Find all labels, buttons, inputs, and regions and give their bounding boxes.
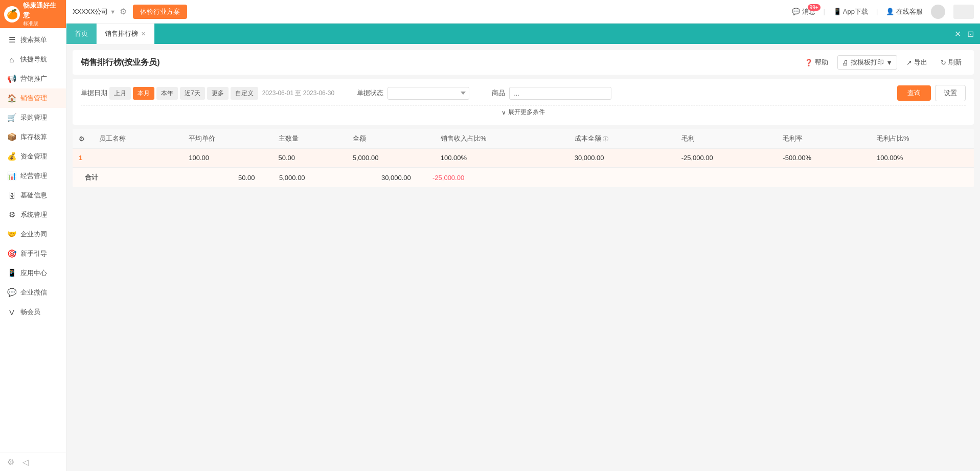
print-btn[interactable]: 🖨 按模板打印 ▼ [837, 55, 897, 70]
wechat-icon: 💬 [7, 288, 16, 297]
trial-btn[interactable]: 体验行业方案 [133, 5, 187, 19]
footer-qty: 50.00 [232, 174, 273, 182]
sidebar-item-operations[interactable]: 📊经营管理 [0, 166, 66, 186]
sidebar-item-inventory[interactable]: 📦库存核算 [0, 127, 66, 147]
basic-info-icon: 🗄 [7, 191, 16, 200]
tab-close-icon[interactable]: ✕ [141, 31, 146, 37]
sidebar-item-member[interactable]: V畅会员 [0, 302, 66, 322]
cell-rank: 1 [73, 149, 93, 167]
sidebar-label-enterprise: 企业协同 [20, 230, 47, 239]
cell-cost: 30,000.00 [568, 149, 675, 167]
cell-profit-pct: 100.00% [871, 149, 974, 167]
th-avg-price: 平均单价 [183, 129, 272, 149]
table-header-row: ⚙ 员工名称 平均单价 主数量 全额 销售收入占比% 成本全额 ⓘ 毛利 毛利率… [73, 129, 974, 149]
table-footer: 合计 50.00 5,000.00 30,000.00 -25,000.00 [73, 167, 974, 187]
th-name: 员工名称 [93, 129, 183, 149]
footer-amount: 5,000.00 [273, 174, 319, 182]
online-service-label: 在线客服 [896, 8, 923, 15]
status-filter: 单据状态 [357, 87, 469, 100]
help-btn[interactable]: ❓ 帮助 [801, 56, 832, 69]
sidebar-logo: 🍊 畅康通好生意 标准版 [0, 0, 66, 28]
app-download-label: App下载 [843, 8, 868, 15]
sidebar-label-sales: 销售管理 [20, 94, 47, 103]
sidebar-item-purchase[interactable]: 🛒采购管理 [0, 108, 66, 127]
sidebar-bottom: ⚙ ◁ [0, 453, 66, 471]
topbar: XXXXX公司 ▼ ⚙ 体验行业方案 💬 消息 99+ | 📱 App下载 | … [66, 0, 980, 24]
sidebar-item-system[interactable]: ⚙系统管理 [0, 205, 66, 225]
app-download-btn[interactable]: 📱 App下载 [833, 7, 868, 16]
th-qty: 主数量 [272, 129, 347, 149]
expand-label: 展开更多条件 [508, 108, 545, 117]
sidebar-item-guide[interactable]: 🎯新手引导 [0, 244, 66, 263]
tab-close-all-icon[interactable]: ✕ [954, 29, 961, 39]
enterprise-icon: 🤝 [7, 230, 16, 239]
topbar-gear-icon[interactable]: ⚙ [120, 7, 127, 16]
page-header: 销售排行榜(按业务员) ❓ 帮助 🖨 按模板打印 ▼ ↗ 导出 ↻ 刷新 [73, 50, 974, 75]
marketing-icon: 📢 [7, 74, 16, 83]
message-icon: 💬 [792, 8, 800, 15]
company-name: XXXXX公司 [73, 7, 108, 16]
sidebar-label-operations: 经营管理 [20, 171, 47, 181]
tab-home[interactable]: 首页 [66, 24, 97, 44]
goods-input[interactable] [509, 87, 611, 100]
sidebar-item-search[interactable]: ☰搜索菜单 [0, 30, 66, 50]
th-profit-pct: 毛利占比% [871, 129, 974, 149]
footer-label: 合计 [79, 173, 181, 182]
expand-more-btn[interactable]: ∨ 展开更多条件 [81, 105, 966, 119]
date-btn-cur-year[interactable]: 本年 [156, 87, 178, 100]
refresh-btn[interactable]: ↻ 刷新 [937, 56, 966, 69]
collapse-icon[interactable]: ◁ [22, 457, 29, 467]
export-btn[interactable]: ↗ 导出 [902, 56, 931, 69]
sidebar-label-inventory: 库存核算 [20, 132, 47, 142]
logo-subtitle: 标准版 [23, 20, 62, 27]
date-label: 单据日期 [81, 88, 107, 98]
topbar-right: 💬 消息 99+ | 📱 App下载 | 👤 在线客服 [792, 5, 974, 19]
sidebar-item-wechat[interactable]: 💬企业微信 [0, 283, 66, 302]
goods-label: 商品 [492, 88, 505, 98]
content-area: 销售排行榜(按业务员) ❓ 帮助 🖨 按模板打印 ▼ ↗ 导出 ↻ 刷新 [66, 44, 980, 471]
message-btn[interactable]: 💬 消息 99+ [792, 7, 815, 16]
sidebar-item-app-center[interactable]: 📱应用中心 [0, 263, 66, 283]
date-btn-cur-month[interactable]: 本月 [133, 87, 154, 100]
date-btn-last7[interactable]: 近7天 [180, 87, 205, 100]
message-badge: 99+ [808, 4, 821, 11]
date-btn-custom[interactable]: 自定义 [231, 87, 258, 100]
data-table: ⚙ 员工名称 平均单价 主数量 全额 销售收入占比% 成本全额 ⓘ 毛利 毛利率… [73, 129, 974, 167]
date-btn-more[interactable]: 更多 [207, 87, 229, 100]
online-service-btn[interactable]: 👤 在线客服 [886, 7, 923, 16]
settings-btn[interactable]: 设置 [935, 85, 966, 101]
settings-icon[interactable]: ⚙ [7, 457, 14, 467]
sidebar-item-marketing[interactable]: 📢营销推广 [0, 69, 66, 88]
search-icon: ☰ [7, 35, 16, 44]
th-settings[interactable]: ⚙ [73, 129, 93, 149]
print-label: 按模板打印 [851, 58, 884, 67]
data-table-wrap: ⚙ 员工名称 平均单价 主数量 全额 销售收入占比% 成本全额 ⓘ 毛利 毛利率… [73, 129, 974, 187]
th-sales-pct: 销售收入占比% [435, 129, 568, 149]
date-filter: 单据日期 上月 本月 本年 近7天 更多 自定义 2023-06-01 至 20… [81, 87, 334, 100]
sidebar-item-finance[interactable]: 💰资金管理 [0, 147, 66, 166]
company-selector[interactable]: XXXXX公司 ▼ [73, 7, 116, 16]
main-area: XXXXX公司 ▼ ⚙ 体验行业方案 💬 消息 99+ | 📱 App下载 | … [66, 0, 980, 471]
sidebar-label-finance: 资金管理 [20, 152, 47, 161]
sidebar-label-guide: 新手引导 [20, 249, 47, 258]
date-btn-prev-month[interactable]: 上月 [109, 87, 131, 100]
sidebar-label-system: 系统管理 [20, 210, 47, 219]
tab-restore-icon[interactable]: ⊡ [967, 29, 974, 39]
query-btn[interactable]: 查询 [897, 85, 931, 101]
quick-nav-icon: ⌂ [7, 55, 16, 64]
sidebar-item-sales[interactable]: 🏠销售管理 [0, 88, 66, 108]
filter-actions: 查询 设置 [897, 85, 966, 101]
sidebar-item-enterprise[interactable]: 🤝企业协同 [0, 225, 66, 244]
sidebar-item-basic-info[interactable]: 🗄基础信息 [0, 186, 66, 205]
cell-profit: -25,000.00 [675, 149, 777, 167]
status-select[interactable] [388, 87, 469, 100]
sidebar-item-quick-nav[interactable]: ⌂快捷导航 [0, 50, 66, 69]
tab-sales-rank-label: 销售排行榜 [105, 29, 138, 38]
cost-info-icon: ⓘ [603, 136, 608, 142]
finance-icon: 💰 [7, 152, 16, 161]
tab-sales-rank[interactable]: 销售排行榜 ✕ [97, 24, 154, 44]
th-profit-rate: 毛利率 [777, 129, 871, 149]
cell-qty: 50.00 [272, 149, 347, 167]
filter-row-1: 单据日期 上月 本月 本年 近7天 更多 自定义 2023-06-01 至 20… [81, 85, 966, 101]
user-avatar[interactable] [931, 5, 945, 19]
